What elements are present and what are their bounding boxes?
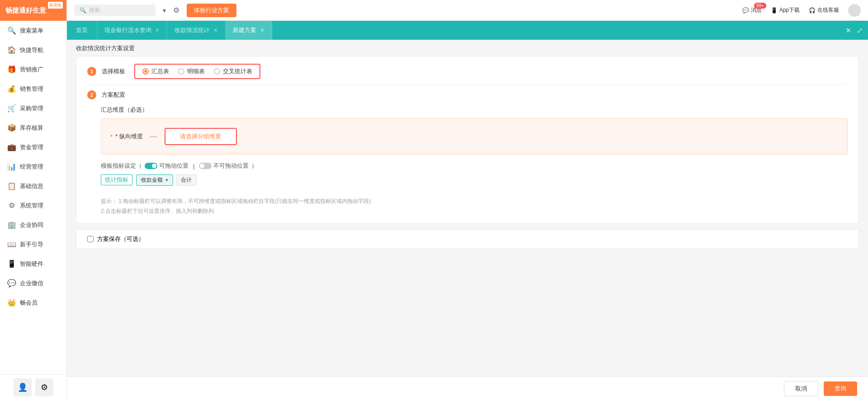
sidebar-item-basic-info[interactable]: 📋 基础信息 xyxy=(0,176,66,196)
sidebar-item-quick-nav[interactable]: 🏠 快捷导航 xyxy=(0,40,66,60)
app-name: 畅捷通好生意 xyxy=(5,6,46,15)
tab-new-plan-close[interactable]: ✕ xyxy=(260,27,264,33)
sidebar-item-inventory[interactable]: 📦 库存核算 xyxy=(0,118,66,137)
metrics-tag-dropdown-icon[interactable]: ▾ xyxy=(165,177,168,183)
hint-line-2: 2.点击标题栏下拉可设置排序、插入列和删除列 xyxy=(101,207,848,216)
metrics-title: 模板指标设定（ xyxy=(101,162,142,170)
dimension-drop-area[interactable]: * * 纵向维度 — 请选择分组维度 xyxy=(101,118,848,155)
radio-summary[interactable]: 汇总表 xyxy=(142,67,169,75)
radio-cross[interactable]: 交叉统计表 xyxy=(214,67,252,75)
tab-collection-stat-close[interactable]: ✕ xyxy=(213,27,218,33)
user-avatar[interactable] xyxy=(848,4,861,17)
tabbar-expand-btn[interactable]: ⤢ xyxy=(857,26,863,35)
sidebar-item-system[interactable]: ⚙ 系统管理 xyxy=(0,196,66,215)
sidebar-item-label: 库存核算 xyxy=(20,124,43,132)
sidebar-item-operation[interactable]: 📊 经营管理 xyxy=(0,157,66,176)
cancel-button[interactable]: 取消 xyxy=(784,381,818,396)
sidebar-logo: 畅捷通好生意 标准版 xyxy=(0,0,66,21)
sidebar: 畅捷通好生意 标准版 🔍 搜索菜单 🏠 快捷导航 🎁 营销推广 💰 销售管理 🛒… xyxy=(0,0,67,400)
sidebar-item-search-menu[interactable]: 🔍 搜索菜单 xyxy=(0,21,66,40)
sidebar-bottom-btn-1[interactable]: 👤 xyxy=(14,378,32,396)
sidebar-item-marketing[interactable]: 🎁 营销推广 xyxy=(0,60,66,79)
sidebar-item-label: 搜索菜单 xyxy=(20,27,43,35)
app-download-item[interactable]: 📱 App下载 xyxy=(771,6,800,14)
sidebar-item-label: 畅会员 xyxy=(20,299,38,307)
radio-summary-circle xyxy=(142,68,149,75)
sidebar-item-weixin[interactable]: 💬 企业微信 xyxy=(0,273,66,293)
sidebar-bottom-btn-2[interactable]: ⚙ xyxy=(35,378,53,396)
non-draggable-label: 不可拖动位置 xyxy=(213,162,249,170)
topbar-right: 💬 消息 99+ 📱 App下载 🎧 在线客服 xyxy=(742,4,861,17)
topbar-gear-icon[interactable]: ⚙ xyxy=(173,6,179,14)
sidebar-item-label: 经营管理 xyxy=(20,163,43,171)
tab-new-plan[interactable]: 新建方案 ✕ xyxy=(226,21,272,40)
sales-icon: 💰 xyxy=(7,85,16,93)
tab-bank-flow-close[interactable]: ✕ xyxy=(155,27,160,33)
sidebar-item-label: 营销推广 xyxy=(20,66,43,74)
sidebar-item-guide[interactable]: 📖 新手引导 xyxy=(0,235,66,254)
search-icon: 🔍 xyxy=(7,26,16,35)
tab-new-plan-label: 新建方案 xyxy=(233,26,256,34)
page-title: 收款情况统计方案设置 xyxy=(67,40,868,56)
save-label: 方案保存（可选） xyxy=(97,235,144,243)
metrics-tag-amount[interactable]: 收款金额 ▾ xyxy=(136,174,173,186)
sidebar-item-sales[interactable]: 💰 销售管理 xyxy=(0,79,66,99)
sidebar-item-finance[interactable]: 💼 资金管理 xyxy=(0,137,66,157)
service-icon: 🎧 xyxy=(809,7,816,14)
bottombar: 取消 查询 xyxy=(67,376,868,400)
sidebar-item-member[interactable]: 👑 畅会员 xyxy=(0,293,66,312)
purchase-icon: 🛒 xyxy=(7,104,16,113)
save-checkbox[interactable] xyxy=(87,236,94,242)
radio-cross-circle xyxy=(214,68,220,75)
step1-badge: 1 xyxy=(87,67,96,76)
tab-home[interactable]: 首页 xyxy=(67,21,97,40)
sidebar-item-label: 基础信息 xyxy=(20,182,43,190)
tabbar-actions: ✕ ⤢ xyxy=(840,21,868,40)
basic-icon: 📋 xyxy=(7,182,16,190)
step1-label: 选择模板 xyxy=(102,67,125,75)
metrics-tags-list: 收款金额 ▾ 合计 xyxy=(136,174,197,186)
sidebar-item-purchase[interactable]: 🛒 采购管理 xyxy=(0,99,66,118)
notification-icon: 💬 xyxy=(742,7,749,14)
save-section: 方案保存（可选） xyxy=(76,229,859,249)
metrics-header: 模板指标设定（ 可拖动位置 | 不可拖动位置 xyxy=(101,162,848,170)
tab-bank-flow[interactable]: 现金银行流水查询 ✕ xyxy=(97,21,167,40)
weixin-icon: 💬 xyxy=(7,279,16,287)
step2-label: 方案配置 xyxy=(102,91,125,99)
required-star: * xyxy=(110,133,113,140)
gift-icon: 🎁 xyxy=(7,65,16,74)
vertical-dimension-label: * * 纵向维度 xyxy=(110,132,143,141)
hint-line-1: 提示： 1.拖动标题栏可以调整布局，不可跨维度或指标区域拖动栏目字段(只能在同一… xyxy=(101,197,848,207)
radio-summary-label: 汇总表 xyxy=(151,67,169,75)
search-box[interactable]: 🔍 搜索 xyxy=(74,5,156,16)
step2-row: 2 方案配置 xyxy=(87,90,848,99)
metrics-category: 统计指标 xyxy=(101,174,132,185)
metrics-sep: | xyxy=(193,163,194,169)
sidebar-item-label: 系统管理 xyxy=(20,202,43,210)
query-button[interactable]: 查询 xyxy=(824,381,857,396)
app-version: 标准版 xyxy=(48,2,63,9)
sidebar-item-label: 企业微信 xyxy=(20,279,43,287)
sidebar-item-smart-hw[interactable]: 📱 智能硬件 xyxy=(0,254,66,273)
metrics-section: 模板指标设定（ 可拖动位置 | 不可拖动位置 xyxy=(101,162,848,186)
sidebar-item-label: 采购管理 xyxy=(20,104,43,113)
sidebar-item-enterprise[interactable]: 🏢 企业协同 xyxy=(0,215,66,235)
notification-item[interactable]: 💬 消息 99+ xyxy=(742,6,762,14)
notification-badge: 99+ xyxy=(754,3,766,9)
search-icon-top: 🔍 xyxy=(80,7,86,14)
sidebar-item-label: 快捷导航 xyxy=(20,46,43,54)
tab-collection-stat-label: 收款情况统计 xyxy=(175,26,210,34)
finance-icon: 💼 xyxy=(7,143,16,151)
online-service-item[interactable]: 🎧 在线客服 xyxy=(809,6,839,14)
metrics-suffix: ） xyxy=(251,162,257,170)
topbar-dropdown[interactable]: ▾ xyxy=(163,7,166,14)
tab-collection-stat[interactable]: 收款情况统计 ✕ xyxy=(167,21,226,40)
dimension-placeholder[interactable]: 请选择分组维度 xyxy=(165,128,237,145)
tabbar-close-btn[interactable]: ✕ xyxy=(845,26,851,35)
radio-detail[interactable]: 明细表 xyxy=(178,67,205,75)
content-area: 收款情况统计方案设置 1 选择模板 汇总表 明细表 xyxy=(67,40,868,376)
industry-btn[interactable]: 体验行业方案 xyxy=(187,4,236,17)
tab-home-label: 首页 xyxy=(76,26,88,34)
sidebar-bottom: 👤 ⚙ xyxy=(0,374,66,400)
operation-icon: 📊 xyxy=(7,162,16,171)
